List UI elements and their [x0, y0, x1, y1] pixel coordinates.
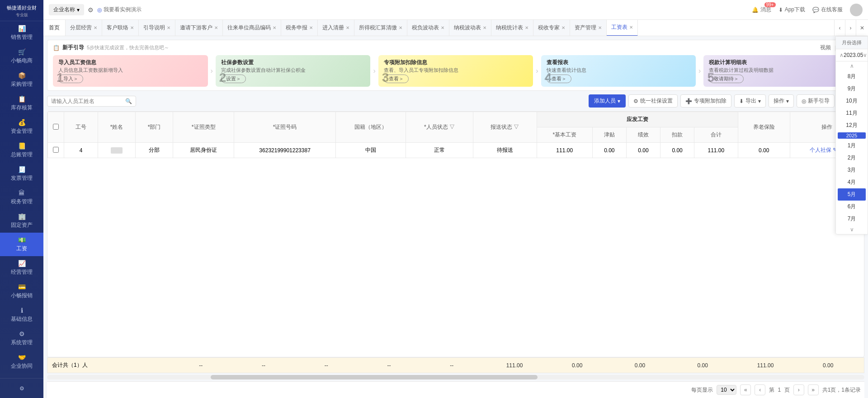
tab-往来单位商品编码[interactable]: 往来单位商品编码✕: [223, 20, 281, 36]
tab-next-btn[interactable]: ›: [845, 20, 856, 36]
tab-close-btn[interactable]: ✕: [561, 25, 565, 30]
tab-分层经营[interactable]: 分层经营✕: [66, 20, 102, 36]
row-checkbox[interactable]: [53, 147, 59, 153]
tab-close-btn[interactable]: ✕: [399, 25, 402, 30]
search-icon[interactable]: 🔍: [125, 98, 132, 104]
next-page-btn[interactable]: ›: [793, 384, 804, 395]
prev-page-btn[interactable]: ‹: [755, 384, 765, 395]
tab-prev-btn[interactable]: ‹: [834, 20, 845, 36]
tab-进入清册[interactable]: 进入清册✕: [318, 20, 354, 36]
sidebar-item-资金管理[interactable]: 💰 资金管理: [0, 115, 43, 139]
month-item-7月[interactable]: 7月: [836, 213, 868, 225]
tab-纳税统计表[interactable]: 纳税统计表✕: [491, 20, 533, 36]
sidebar-item-税务管理[interactable]: 🏛 税务管理: [0, 186, 43, 209]
extra-deduction-btn[interactable]: ➕ 专项附加扣除: [680, 94, 731, 108]
sidebar-item-企业协同[interactable]: 🤝 企业协同: [0, 350, 43, 374]
tab-邀请下游客户[interactable]: 邀请下游客户✕: [175, 20, 223, 36]
demo-btn[interactable]: ◎ 我要看实例演示: [97, 6, 142, 14]
month-item-3月[interactable]: 3月: [836, 164, 868, 176]
row-checkbox-cell[interactable]: [48, 143, 64, 158]
new-user-guide-btn[interactable]: ◎ 新手引导: [797, 94, 835, 108]
tab-客户联络[interactable]: 客户联络✕: [102, 20, 139, 36]
sidebar-item-总账管理[interactable]: 📒 总账管理: [0, 139, 43, 162]
search-input[interactable]: [51, 98, 123, 104]
checkbox-header[interactable]: [48, 112, 64, 143]
step-desc-3: 查看、导入员工专项附加扣除信息: [384, 67, 528, 74]
sidebar-item-发票管理[interactable]: 🧾 发票管理: [0, 162, 43, 186]
tab-close-btn[interactable]: ✕: [598, 25, 602, 30]
gear-icon[interactable]: ⚙: [88, 6, 94, 14]
tab-资产管理[interactable]: 资产管理✕: [570, 20, 607, 36]
scroll-thumb[interactable]: [211, 375, 538, 379]
operation-btn[interactable]: 操作 ▾: [769, 94, 794, 108]
month-item-1月[interactable]: 1月: [836, 140, 868, 152]
tab-close-btn[interactable]: ✕: [167, 25, 170, 30]
th-name: *姓名: [98, 112, 136, 143]
month-item-6月[interactable]: 6月: [836, 201, 868, 213]
tab-纳税波动表[interactable]: 纳税波动表✕: [449, 20, 491, 36]
filter-icon[interactable]: ▽: [449, 124, 455, 130]
sidebar-settings[interactable]: ⚙: [0, 378, 43, 398]
tab-工资表[interactable]: 工资表✕: [607, 20, 638, 36]
sidebar-item-新手引导[interactable]: 📖 新手引导: [0, 374, 43, 378]
tab-close-btn[interactable]: ✕: [525, 25, 528, 30]
month-scroll-down-btn[interactable]: ∨: [836, 225, 868, 234]
tab-税收专家[interactable]: 税收专家✕: [533, 20, 570, 36]
export-btn[interactable]: ⬇ 导出 ▾: [734, 94, 766, 108]
operation-label: 操作: [774, 97, 784, 105]
last-page-btn[interactable]: »: [808, 384, 819, 395]
month-item-5月[interactable]: 5月: [838, 188, 866, 201]
tab-close-btn[interactable]: ✕: [130, 25, 134, 30]
tab-税务申报[interactable]: 税务申报✕: [281, 20, 318, 36]
guide-video-btn[interactable]: 视频: [820, 44, 831, 52]
page-size-select[interactable]: 10 20 50: [717, 385, 736, 395]
tab-home[interactable]: 首页: [43, 20, 66, 36]
tab-所得税汇算清缴[interactable]: 所得税汇算清缴✕: [354, 20, 407, 36]
month-item-4月[interactable]: 4月: [836, 176, 868, 188]
sidebar-item-工资[interactable]: 💵 工资: [0, 233, 43, 256]
add-person-btn[interactable]: 添加人员 ▾: [589, 94, 626, 108]
month-scroll-up-btn[interactable]: ∧: [836, 61, 868, 70]
download-icon: ⬇: [778, 7, 783, 13]
online-service-btn[interactable]: 💬 在线客服: [812, 6, 843, 14]
sidebar-item-系统管理[interactable]: ⚙ 系统管理: [0, 327, 43, 350]
tab-close-btn[interactable]: ✕: [346, 25, 349, 30]
month-item-10月[interactable]: 10月: [836, 95, 868, 107]
sidebar-item-小畅电商[interactable]: 🛒 小畅电商: [0, 45, 43, 68]
tab-close-btn[interactable]: ✕: [629, 25, 633, 30]
tab-引导说明[interactable]: 引导说明✕: [139, 20, 175, 36]
first-page-btn[interactable]: «: [740, 384, 751, 395]
app-download-btn[interactable]: ⬇ App下载: [778, 6, 805, 14]
month-item-12月[interactable]: 12月: [836, 119, 868, 131]
tab-close-btn[interactable]: ✕: [483, 25, 486, 30]
message-btn[interactable]: 🔔 消息 99+: [752, 6, 771, 14]
close-all-tabs-btn[interactable]: ✕: [856, 20, 868, 36]
sidebar-item-采购管理[interactable]: 📦 采购管理: [0, 68, 43, 92]
year-prev-btn[interactable]: ∧: [840, 52, 844, 58]
sidebar-item-库存核算[interactable]: 📋 库存核算: [0, 92, 43, 115]
month-item-8月[interactable]: 8月: [836, 70, 868, 83]
tab-close-btn[interactable]: ✕: [309, 25, 313, 30]
tab-close-btn[interactable]: ✕: [273, 25, 276, 30]
sidebar-item-基础信息[interactable]: ℹ 基础信息: [0, 303, 43, 327]
avatar[interactable]: [850, 4, 863, 16]
month-item-11月[interactable]: 11月: [836, 107, 868, 119]
sidebar-item-小畅报销[interactable]: 💳 小畅报销: [0, 280, 43, 303]
select-all-checkbox[interactable]: [53, 124, 59, 130]
sidebar-item-固定资产[interactable]: 🏢 固定资产: [0, 209, 43, 233]
sidebar-item-经营管理[interactable]: 📈 经营管理: [0, 256, 43, 280]
current-page: 1: [778, 387, 781, 393]
year-next-btn[interactable]: ∨: [863, 52, 867, 58]
month-item-9月[interactable]: 9月: [836, 83, 868, 95]
tab-税负波动表[interactable]: 税负波动表✕: [407, 20, 449, 36]
month-item-2月[interactable]: 2月: [836, 152, 868, 164]
tab-close-btn[interactable]: ✕: [441, 25, 444, 30]
tab-close-btn[interactable]: ✕: [94, 25, 97, 30]
unified-settings-btn[interactable]: ⚙ 统一社保设置: [628, 94, 678, 108]
step-number-3: 3: [382, 70, 389, 85]
tab-close-btn[interactable]: ✕: [214, 25, 218, 30]
company-selector[interactable]: 企业名称 ▾: [49, 4, 84, 15]
filter-icon2[interactable]: ▽: [514, 124, 519, 130]
horizontal-scrollbar[interactable]: [47, 375, 864, 379]
sidebar-item-销售管理[interactable]: 📊 销售管理: [0, 21, 43, 45]
